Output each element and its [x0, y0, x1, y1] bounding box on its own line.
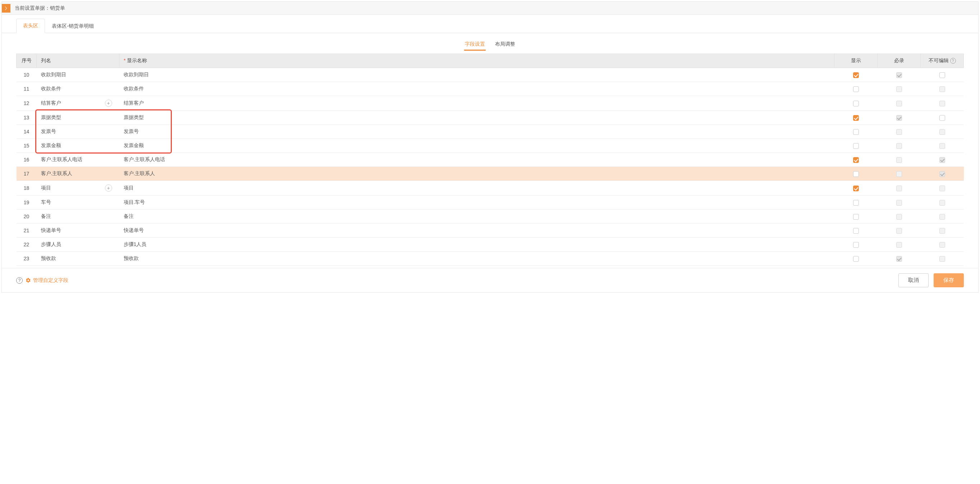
main-tabs: 表头区表体区-销货单明细	[2, 15, 978, 33]
checkbox-show[interactable]	[853, 129, 859, 135]
sub-tabs: 字段设置布局调整	[2, 33, 978, 54]
row-display-name[interactable]: 项目.车号	[119, 196, 834, 210]
row-index: 17	[16, 167, 37, 181]
table-row: 17客户.主联系人客户.主联系人	[16, 167, 964, 181]
row-index: 14	[16, 125, 37, 139]
checkbox-show[interactable]	[853, 242, 859, 248]
row-index: 12	[16, 96, 37, 111]
row-index: 22	[16, 238, 37, 252]
row-column-name: 票据类型	[37, 111, 119, 125]
row-display-name[interactable]: 票据类型	[119, 111, 834, 125]
gear-icon	[25, 278, 31, 283]
row-index: 10	[16, 68, 37, 82]
table-row: 11收款条件收款条件	[16, 82, 964, 96]
manage-custom-fields-link[interactable]: 管理自定义字段	[25, 277, 68, 284]
checkbox-noneditable	[939, 242, 945, 248]
required-star-icon: *	[124, 57, 126, 63]
checkbox-required	[896, 115, 902, 121]
row-column-name: 发票金额	[37, 139, 119, 153]
row-column-name: 车号	[37, 196, 119, 210]
table-row: 14发票号发票号	[16, 125, 964, 139]
checkbox-show[interactable]	[853, 72, 859, 78]
checkbox-required	[896, 129, 902, 135]
checkbox-show[interactable]	[853, 157, 859, 163]
subtab-field-settings[interactable]: 字段设置	[464, 39, 486, 51]
row-column-name: 快递单号	[37, 224, 119, 238]
table-row: 16客户.主联系人电话客户.主联系人电话	[16, 153, 964, 167]
row-index: 15	[16, 139, 37, 153]
checkbox-show[interactable]	[853, 186, 859, 191]
question-icon[interactable]: ?	[16, 277, 23, 284]
top-header: 当前设置单据：销货单	[2, 2, 978, 15]
th-noneditable-label: 不可编辑	[929, 57, 949, 63]
row-index: 16	[16, 153, 37, 167]
row-index: 18	[16, 181, 37, 196]
add-child-icon[interactable]: +	[105, 100, 112, 107]
table-row: 19车号项目.车号	[16, 196, 964, 210]
checkbox-noneditable	[939, 143, 945, 149]
checkbox-noneditable[interactable]	[939, 72, 945, 78]
th-show: 显示	[834, 54, 878, 68]
th-index: 序号	[16, 54, 37, 68]
row-display-name[interactable]: 发票金额	[119, 139, 834, 153]
cancel-button[interactable]: 取消	[898, 273, 929, 287]
row-column-name: 步骤人员	[37, 238, 119, 252]
checkbox-noneditable[interactable]	[939, 115, 945, 121]
row-display-name[interactable]: 收款条件	[119, 82, 834, 96]
row-column-name: 客户.主联系人电话	[37, 153, 119, 167]
row-index: 13	[16, 111, 37, 125]
row-display-name[interactable]: 客户.主联系人	[119, 167, 834, 181]
table-row: 15发票金额发票金额	[16, 139, 964, 153]
expand-panel-icon[interactable]	[2, 4, 10, 13]
row-column-name: 客户.主联系人	[37, 167, 119, 181]
checkbox-show[interactable]	[853, 143, 859, 149]
checkbox-required	[896, 171, 902, 177]
checkbox-noneditable	[939, 186, 945, 191]
row-display-name[interactable]: 发票号	[119, 125, 834, 139]
table-row: 12结算客户+结算客户	[16, 96, 964, 111]
row-index: 20	[16, 210, 37, 224]
th-display-label: 显示名称	[127, 57, 147, 63]
checkbox-noneditable	[939, 101, 945, 107]
checkbox-required	[896, 186, 902, 191]
checkbox-required	[896, 143, 902, 149]
tab-body-area[interactable]: 表体区-销货单明细	[45, 19, 101, 33]
checkbox-noneditable	[939, 256, 945, 262]
checkbox-required	[896, 214, 902, 220]
row-display-name[interactable]: 收款到期日	[119, 68, 834, 82]
checkbox-noneditable	[939, 129, 945, 135]
row-display-name[interactable]: 客户.主联系人电话	[119, 153, 834, 167]
subtab-layout-adjust[interactable]: 布局调整	[494, 39, 516, 51]
row-display-name[interactable]: 步骤1人员	[119, 238, 834, 252]
checkbox-required	[896, 101, 902, 107]
checkbox-show[interactable]	[853, 101, 859, 107]
checkbox-noneditable	[939, 200, 945, 206]
add-child-icon[interactable]: +	[105, 185, 112, 192]
row-display-name[interactable]: 项目	[119, 181, 834, 196]
row-display-name[interactable]: 结算客户	[119, 96, 834, 111]
checkbox-show[interactable]	[853, 256, 859, 262]
checkbox-show[interactable]	[853, 115, 859, 121]
checkbox-noneditable	[939, 86, 945, 92]
checkbox-show[interactable]	[853, 86, 859, 92]
checkbox-show[interactable]	[853, 200, 859, 206]
checkbox-show[interactable]	[853, 228, 859, 234]
table-row: 18项目+项目	[16, 181, 964, 196]
row-display-name[interactable]: 预收款	[119, 252, 834, 266]
th-name: 列名	[37, 54, 119, 68]
row-column-name: 收款到期日	[37, 68, 119, 82]
tab-header-area[interactable]: 表头区	[16, 19, 45, 33]
checkbox-show[interactable]	[853, 214, 859, 220]
row-display-name[interactable]: 备注	[119, 210, 834, 224]
row-column-name: 收款条件	[37, 82, 119, 96]
row-display-name[interactable]: 快递单号	[119, 224, 834, 238]
save-button[interactable]: 保存	[934, 273, 964, 287]
row-index: 21	[16, 224, 37, 238]
table-row: 23预收款预收款	[16, 252, 964, 266]
checkbox-show[interactable]	[853, 171, 859, 177]
th-display: *显示名称	[119, 54, 834, 68]
row-index: 23	[16, 252, 37, 266]
table-row: 20备注备注	[16, 210, 964, 224]
table-row: 22步骤人员步骤1人员	[16, 238, 964, 252]
help-icon[interactable]: ?	[950, 58, 956, 64]
